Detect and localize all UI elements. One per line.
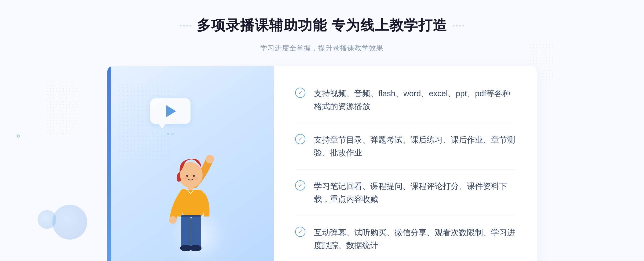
check-mark-icon: ✓ [298,90,303,95]
header-dot [180,25,182,27]
character-svg [148,133,233,261]
svg-point-7 [193,175,195,177]
illustration-panel: « « [107,66,274,261]
svg-point-3 [169,216,177,224]
feature-item-1: ✓ 支持视频、音频、flash、word、excel、ppt、pdf等各种格式的… [295,77,515,123]
content-area: « « [107,66,537,261]
svg-rect-11 [191,216,201,248]
svg-point-13 [190,245,202,251]
feature-item-2: ✓ 支持章节目录、弹题考试、课后练习、课后作业、章节测验、批改作业 [295,123,515,170]
svg-rect-10 [181,216,191,248]
check-circle: ✓ [295,180,305,191]
subtitle: 学习进度全掌握，提升录播课教学效果 [260,43,383,53]
header-dot [189,25,191,27]
check-mark-icon: ✓ [298,229,303,234]
feature-text-3: 学习笔记回看、课程提问、课程评论打分、课件资料下载，重点内容收藏 [314,180,515,206]
header-dots-right [453,25,464,27]
dots-decoration-left [46,80,78,134]
check-icon-4: ✓ [295,227,305,237]
svg-rect-14 [181,215,201,217]
features-panel: ✓ 支持视频、音频、flash、word、excel、ppt、pdf等各种格式的… [274,66,537,261]
feature-item-4: ✓ 互动弹幕、试听购买、微信分享、观看次数限制、学习进度跟踪、数据统计 [295,216,515,261]
deco-circle-large [52,205,87,240]
svg-point-9 [194,177,198,180]
check-mark-icon: ✓ [298,183,303,188]
play-speech-bubble [150,98,191,128]
check-icon-1: ✓ [295,88,305,98]
bubble-body [150,98,191,124]
header-dot [453,25,455,27]
svg-point-6 [186,175,188,177]
header-dot [456,25,458,27]
illus-left-bar [107,66,111,261]
main-title: 多项录播课辅助功能 专为线上教学打造 [197,16,447,35]
page-container: » 多项录播课辅助功能 专为线上教学打造 学习进度全掌握，提升录播课教学效果 [0,0,644,261]
header-dot [462,25,464,27]
header-decorators: 多项录播课辅助功能 专为线上教学打造 [180,16,464,35]
feature-text-4: 互动弹幕、试听购买、微信分享、观看次数限制、学习进度跟踪、数据统计 [314,226,515,252]
feature-text-1: 支持视频、音频、flash、word、excel、ppt、pdf等各种格式的资源… [314,87,515,113]
header-dot [183,25,185,27]
check-circle: ✓ [295,88,305,98]
check-icon-2: ✓ [295,134,305,144]
svg-point-1 [206,155,214,163]
check-icon-3: ✓ [295,180,305,191]
header-section: 多项录播课辅助功能 专为线上教学打造 学习进度全掌握，提升录播课教学效果 [180,16,464,53]
feature-item-3: ✓ 学习笔记回看、课程提问、课程评论打分、课件资料下载，重点内容收藏 [295,170,515,216]
header-dots-left [180,25,191,27]
deco-circle-small [38,210,56,229]
bubble-tail [158,124,166,129]
header-dot [459,25,461,27]
svg-point-8 [183,177,187,180]
check-circle: ✓ [295,134,305,144]
chevron-icon: » [16,131,20,140]
character-figure [148,133,233,261]
check-circle: ✓ [295,227,305,237]
check-mark-icon: ✓ [298,136,303,142]
play-icon [166,105,176,117]
header-dot [186,25,188,27]
chevrons-decoration-left: » [16,131,20,140]
feature-text-2: 支持章节目录、弹题考试、课后练习、课后作业、章节测验、批改作业 [314,133,515,159]
